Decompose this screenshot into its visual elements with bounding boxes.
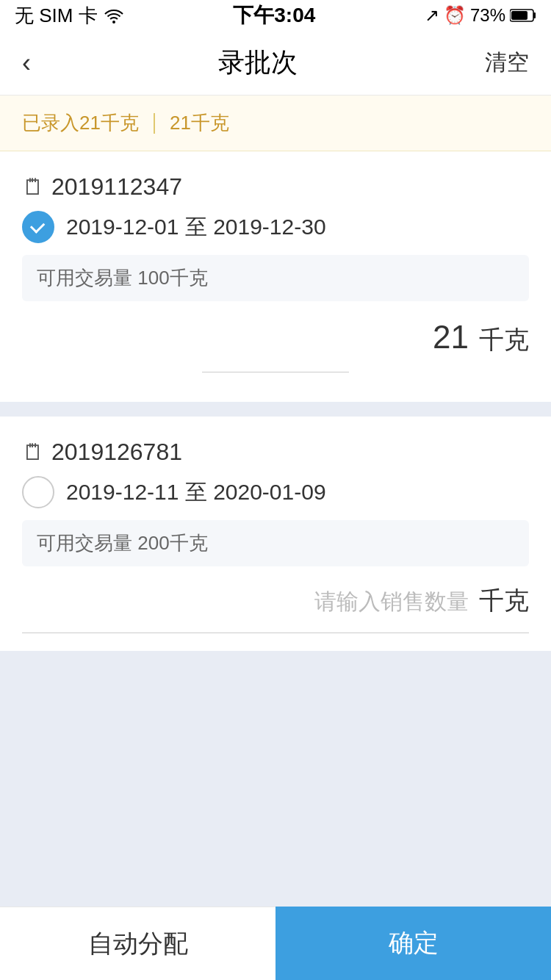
batch2-available: 可用交易量 200千克 xyxy=(22,520,529,566)
alarm-icon: ⏰ xyxy=(444,5,466,26)
info-banner: 已录入21千克 21千克 xyxy=(0,96,551,151)
batch2-card: 🗒 2019126781 2019-12-11 至 2020-01-09 可用交… xyxy=(0,417,551,566)
batch1-amount-unit: 千克 xyxy=(479,323,529,357)
batch2-header: 🗒 2019126781 xyxy=(22,439,529,466)
batch1-card: 🗒 2019112347 2019-12-01 至 2019-12-30 可用交… xyxy=(0,151,551,301)
batch1-radio[interactable] xyxy=(22,211,54,243)
batch2-input-row[interactable]: 请输入销售数量 千克 xyxy=(0,566,551,633)
battery-text: 73% xyxy=(470,5,505,26)
batch2-date-row[interactable]: 2019-12-11 至 2020-01-09 xyxy=(22,476,529,508)
bottom-bar: 自动分配 确定 xyxy=(0,907,551,980)
batch1-date-row[interactable]: 2019-12-01 至 2019-12-30 xyxy=(22,211,529,243)
batch1-header: 🗒 2019112347 xyxy=(22,173,529,201)
status-left: 无 SIM 卡 xyxy=(15,3,124,29)
svg-rect-2 xyxy=(511,11,527,20)
batch1-icon: 🗒 xyxy=(22,175,44,200)
page-title: 录批次 xyxy=(218,45,298,81)
batch1-number: 2019112347 xyxy=(51,173,182,201)
batch2-radio[interactable] xyxy=(22,476,54,508)
svg-rect-1 xyxy=(533,12,536,18)
battery-icon xyxy=(510,8,536,23)
batch1-available: 可用交易量 100千克 xyxy=(22,255,529,301)
batch1-divider xyxy=(202,372,349,372)
wifi-icon xyxy=(104,7,124,24)
batch1-amount-value: 21 xyxy=(433,319,469,356)
location-icon: ↗ xyxy=(425,5,439,26)
batch1-date: 2019-12-01 至 2019-12-30 xyxy=(66,212,326,242)
batch2-underline-wrap xyxy=(0,633,551,651)
confirm-button[interactable]: 确定 xyxy=(276,907,551,980)
carrier-text: 无 SIM 卡 xyxy=(15,3,98,29)
banner-divider xyxy=(154,113,155,134)
auto-distribute-button[interactable]: 自动分配 xyxy=(0,907,276,980)
recorded-label: 已录入21千克 xyxy=(22,110,139,136)
batch2-input-placeholder: 请输入销售数量 xyxy=(314,587,469,617)
batch2-date: 2019-12-11 至 2020-01-09 xyxy=(66,478,326,508)
batch2-underline xyxy=(22,633,529,633)
clear-button[interactable]: 清空 xyxy=(485,48,529,78)
nav-bar: ‹ 录批次 清空 xyxy=(0,31,551,96)
back-button[interactable]: ‹ xyxy=(22,48,31,79)
status-time: 下午3:04 xyxy=(233,1,315,29)
status-right: ↗ ⏰ 73% xyxy=(425,5,536,26)
batch1-amount-row: 21 千克 xyxy=(0,301,551,372)
batch2-number: 2019126781 xyxy=(51,439,182,466)
batch2-icon: 🗒 xyxy=(22,440,44,465)
status-bar: 无 SIM 卡 下午3:04 ↗ ⏰ 73% xyxy=(0,0,551,31)
section-separator xyxy=(0,402,551,417)
recorded-amount: 21千克 xyxy=(170,110,229,136)
batch2-input-unit: 千克 xyxy=(479,584,529,618)
